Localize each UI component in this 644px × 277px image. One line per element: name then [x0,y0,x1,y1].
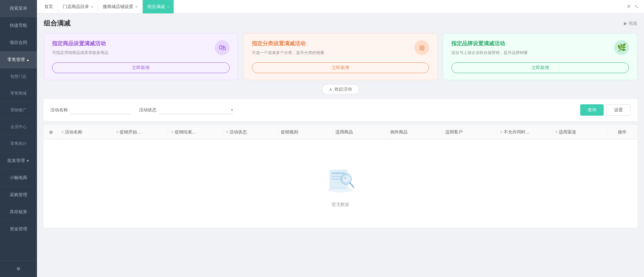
card-category-add-button[interactable]: 立即新增 [252,62,429,73]
card-brand-icon: 🌿 [614,40,629,55]
filter-activity-name: 活动名称 [50,106,131,114]
th-promo-start: ⇅ 促销开始... [113,125,168,139]
tab-combo-discount-close[interactable]: × [167,5,169,9]
th-applicable-customers: 适用客户 [443,125,497,139]
tab-micro-store[interactable]: 微商城店铺设置 × [98,0,142,13]
th-sort-icon-6[interactable]: ⇅ [555,130,558,134]
collapse-icon: ∧ [329,87,332,92]
filter-activity-name-label: 活动名称 [50,107,68,113]
svg-point-6 [343,176,350,182]
card-product-icon: 🛍 [215,40,230,55]
card-brand-desc: 适合与上游企业联合做营销，提升品牌销量 [451,50,609,56]
th-sort-icon[interactable]: ⇅ [61,130,64,134]
collapse-button[interactable]: ∧ 收起活动 [322,84,359,94]
filter-actions: 查询 设置 [580,104,631,116]
sidebar-item-smartstore[interactable]: 智慧门店 [0,68,37,85]
sidebar-item-inventory[interactable]: 库存核算 [0,204,37,221]
th-sort-icon-3[interactable]: ⇅ [171,130,174,134]
data-table: ⚙ ⇅ 活动名称 ⇅ 促销开始... ⇅ 促销结束... ⇅ 活动状态 [44,125,637,228]
play-icon: ▶ [624,21,627,26]
gear-icon: ⚙ [16,266,20,271]
card-product-desc: 可指定滞销商品或库存较多商品 [52,50,210,56]
svg-line-7 [350,183,354,187]
sidebar-item-purchase[interactable]: 采购管理 [0,186,37,204]
sidebar-item-marketing[interactable]: 营销推广 [0,102,37,119]
card-product: 指定商品设置满减活动 可指定滞销商品或库存较多商品 🛍 立即新增 [44,33,238,80]
svg-point-8 [344,177,346,179]
window-expand-icon[interactable]: ⤡ [634,3,639,10]
main-area: 首页 门店商品目录 × 微商城店铺设置 × 组合满减 × ✕ ⤡ 组合满减 ▶ … [37,0,644,277]
tab-store-catalog[interactable]: 门店商品目录 × [58,0,98,13]
th-promo-end: ⇅ 促销结束... [168,125,223,139]
filter-bar: 活动名称 活动状态 ▾ 查询 设置 [44,99,637,121]
card-category-desc: 可选一个或者多个分类，提升分类的销量 [252,50,409,56]
sidebar-item-retailstats[interactable]: 零售统计 [0,135,37,152]
chevron-down-icon: ▾ [231,108,233,112]
tab-home[interactable]: 首页 [40,0,58,13]
card-brand-title: 指定品牌设置满减活动 [451,40,609,47]
th-activity-name: ⇅ 活动名称 [58,125,113,139]
card-product-add-button[interactable]: 立即新增 [52,62,230,73]
sidebar-item-contracts[interactable]: 项目合同 [0,34,37,51]
card-category: 指定分类设置满减活动 可选一个或者多个分类，提升分类的销量 ⊞ 立即新增 [243,33,438,80]
th-sort-icon-4[interactable]: ⇅ [226,130,228,134]
th-gear[interactable]: ⚙ [44,125,58,139]
card-category-title: 指定分类设置满减活动 [252,40,409,47]
th-no-stack: ⇅ 不允许同时... [497,125,552,139]
activity-status-select[interactable]: ▾ [159,106,233,114]
sidebar-item-retail[interactable]: 零售管理 ▲ [0,51,37,68]
filter-activity-status: 活动状态 ▾ [139,106,233,114]
th-promo-rule: 促销规则 [278,125,333,139]
sidebar-item-search[interactable]: 搜索菜单 [0,0,37,17]
empty-state: 暂无数据 [44,140,637,228]
sidebar: 搜索菜单 快捷导航 项目合同 零售管理 ▲ 智慧门店 零售商城 营销推广 会员中… [0,0,37,277]
sidebar-item-finance[interactable]: 资金管理 [0,221,37,238]
content-area: 组合满减 ▶ 视频 指定商品设置满减活动 可指定滞销商品或库存较多商品 🛍 立即… [37,13,644,277]
card-brand: 指定品牌设置满减活动 适合与上游企业联合做营销，提升品牌销量 🌿 立即新增 [443,33,637,80]
th-sort-icon-2[interactable]: ⇅ [116,130,119,134]
collapse-bar: ∧ 收起活动 [44,84,637,94]
table-header: ⚙ ⇅ 活动名称 ⇅ 促销开始... ⇅ 促销结束... ⇅ 活动状态 [44,125,637,140]
setting-button[interactable]: 设置 [606,104,631,116]
sidebar-item-shortcuts[interactable]: 快捷导航 [0,17,37,34]
page-title: 组合满减 [44,19,71,28]
table-settings-icon[interactable]: ⚙ [49,130,53,135]
empty-illustration [322,160,359,198]
window-controls: ✕ ⤡ [627,3,641,10]
th-exception-products: 例外商品 [387,125,442,139]
empty-text: 暂无数据 [332,202,349,208]
sidebar-item-members[interactable]: 会员中心 [0,119,37,135]
video-link[interactable]: ▶ 视频 [624,20,637,26]
tab-store-catalog-close[interactable]: × [91,5,93,9]
svg-rect-3 [331,176,341,177]
sidebar-item-wholesale[interactable]: 批发管理 ▼ [0,152,37,169]
cards-row: 指定商品设置满减活动 可指定滞销商品或库存较多商品 🛍 立即新增 指定分类设置满… [44,33,637,80]
retail-arrow-icon: ▲ [26,58,30,62]
filter-activity-status-label: 活动状态 [139,107,156,113]
sidebar-item-settings[interactable]: ⚙ [0,261,37,277]
th-applicable-channel: ⇅ 适用渠道 [552,125,607,139]
tab-bar: 首页 门店商品目录 × 微商城店铺设置 × 组合满减 × ✕ ⤡ [37,0,644,13]
window-close-icon[interactable]: ✕ [627,3,631,10]
sidebar-item-retailmall[interactable]: 零售商城 [0,85,37,102]
wholesale-arrow-icon: ▼ [26,159,30,163]
th-action: 操作 [607,125,637,139]
th-sort-icon-5[interactable]: ⇅ [500,130,503,134]
card-brand-add-button[interactable]: 立即新增 [451,62,629,73]
page-header: 组合满减 ▶ 视频 [44,19,637,28]
sidebar-item-ecommerce[interactable]: 小畅电商 [0,169,37,186]
activity-name-input[interactable] [71,106,131,114]
tab-micro-store-close[interactable]: × [135,5,137,9]
th-applicable-products: 适用商品 [333,125,387,139]
card-product-title: 指定商品设置满减活动 [52,40,210,47]
tab-combo-discount[interactable]: 组合满减 × [143,0,174,13]
svg-rect-2 [331,172,345,174]
query-button[interactable]: 查询 [580,104,604,116]
th-activity-status: ⇅ 活动状态 [223,125,278,139]
